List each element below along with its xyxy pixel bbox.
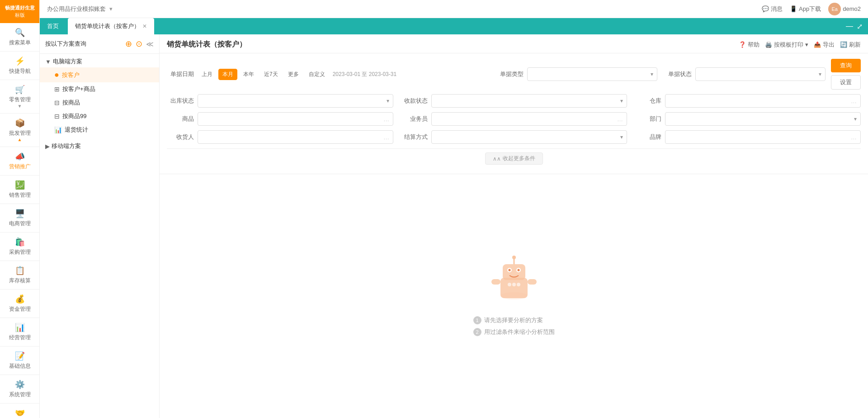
tree-item-return-stats[interactable]: 📊 退货统计	[40, 123, 159, 137]
product-dots: …	[383, 116, 389, 123]
return-icon: 📊	[54, 126, 62, 133]
export-btn[interactable]: 📤 导出	[814, 41, 835, 49]
product-select[interactable]: …	[198, 112, 393, 126]
date-tab-more[interactable]: 更多	[284, 69, 303, 80]
svg-rect-2	[503, 264, 525, 280]
tabbar: 首页 销货单统计表（按客户） ✕ — ⤢	[40, 18, 868, 34]
sidebar-item-marketing[interactable]: 📣 营销推广	[0, 147, 39, 176]
sidebar-item-retail[interactable]: 🛒 零售管理 ▼	[0, 80, 39, 114]
sidebar-item-operation[interactable]: 📊 经营管理	[0, 318, 39, 347]
customer-active-icon: ●	[54, 70, 59, 80]
svg-point-13	[517, 283, 520, 286]
empty-robot-svg	[487, 253, 541, 307]
sidebar-item-sales-label: 销售管理	[9, 191, 31, 199]
department-select[interactable]: ▾	[665, 112, 861, 126]
tree-item-customer-product-label: 按客户+商品	[62, 85, 95, 93]
out-status-label: 出库状态	[167, 97, 194, 105]
date-tabs: 上月 本月 本年 近7天 更多 自定义	[198, 69, 329, 80]
filter-row-3: 商品 … 业务员 … 部门	[167, 112, 861, 126]
inventory-icon: 📋	[15, 266, 25, 276]
tree-item-product99-label: 按商品99	[62, 112, 86, 120]
filter-brand: 品牌 …	[634, 130, 861, 144]
left-panel: 按以下方案查询 ⊕ ⊙ ≪ ▼ 电脑端方案 ● 按客户 ⊞ 按客户+商品	[40, 34, 160, 418]
svg-point-11	[508, 283, 511, 286]
refresh-btn[interactable]: 🔄 刷新	[840, 41, 861, 49]
tab-close-icon[interactable]: ✕	[142, 23, 147, 29]
sidebar-item-inventory-label: 库存核算	[9, 277, 31, 285]
collapse-panel-icon[interactable]: ≪	[146, 40, 154, 48]
collapse-btn[interactable]: ∧∧ 收起更多条件	[485, 152, 543, 165]
brand-label: 品牌	[634, 133, 661, 141]
sidebar-item-quicknav[interactable]: ⚡ 快捷导航	[0, 52, 39, 80]
message-btn[interactable]: 💬 消息	[762, 5, 783, 13]
date-label: 单据日期	[167, 70, 194, 78]
sidebar-item-finance[interactable]: 💰 资金管理	[0, 290, 39, 318]
date-tab-lastmonth[interactable]: 上月	[198, 69, 217, 80]
tree-section-desktop-label: 电脑端方案	[53, 57, 82, 66]
sidebar-item-retail-label: 零售管理	[9, 96, 31, 104]
sidebar-item-system-label: 系统管理	[9, 391, 31, 399]
tree-section-desktop[interactable]: ▼ 电脑端方案	[40, 54, 159, 67]
add-scheme-icon[interactable]: ⊕	[125, 39, 132, 49]
svg-point-5	[508, 269, 510, 271]
filter-product: 商品 …	[167, 112, 393, 126]
print-btn[interactable]: 🖨️ 按模板打印 ▾	[765, 41, 808, 49]
collapse-up-icon: ∧∧	[493, 156, 501, 162]
sidebar-item-sales[interactable]: 💹 销售管理	[0, 176, 39, 204]
settle-select[interactable]: ▾	[431, 130, 627, 144]
help-btn[interactable]: ❓ 帮助	[739, 41, 760, 49]
sidebar-item-wholesale[interactable]: 📦 批发管理 ▲	[0, 114, 39, 147]
quicknav-icon: ⚡	[15, 56, 25, 66]
tab-minimize-icon[interactable]: —	[846, 22, 853, 30]
settle-label: 结算方式	[401, 133, 428, 141]
refresh-icon: 🔄	[840, 41, 847, 48]
sidebar-item-search[interactable]: 🔍 搜索菜单	[0, 23, 39, 52]
help-icon: ❓	[739, 41, 746, 48]
tip-item-2: 2 用过滤条件来缩小分析范围	[473, 328, 555, 336]
doc-status-select[interactable]: ▾	[695, 67, 826, 81]
settings-btn[interactable]: 设置	[831, 75, 861, 90]
date-tab-thisyear[interactable]: 本年	[239, 69, 258, 80]
sidebar-item-basic[interactable]: 📝 基础信息	[0, 347, 39, 375]
filter-receiver: 收货人 …	[167, 130, 393, 144]
filter-row-2: 出库状态 ▾ 收款状态 ▾	[167, 94, 861, 108]
tree-item-product99[interactable]: ⊟ 按商品99	[40, 109, 159, 123]
tree-section-mobile[interactable]: ▶ 移动端方案	[40, 138, 159, 152]
retail-icon: 🛒	[15, 85, 25, 95]
sidebar-item-inventory[interactable]: 📋 库存核算	[0, 261, 39, 290]
query-btn[interactable]: 查询	[831, 59, 861, 72]
app-download-btn[interactable]: 📱 App下载	[790, 5, 821, 13]
sidebar-item-cooperation[interactable]: 🤝 企业协同	[0, 404, 39, 418]
doc-type-arrow: ▾	[651, 71, 653, 77]
sidebar-item-operation-label: 经营管理	[9, 334, 31, 342]
topbar-dropdown-icon[interactable]: ▾	[109, 5, 113, 12]
tab-sales-stats[interactable]: 销货单统计表（按客户） ✕	[68, 18, 154, 34]
collect-status-select[interactable]: ▾	[431, 94, 627, 108]
salesperson-select[interactable]: …	[431, 112, 627, 126]
date-tab-custom[interactable]: 自定义	[305, 69, 329, 80]
search-icon: 🔍	[15, 28, 25, 38]
logo-label: 标版	[15, 12, 25, 19]
tab-maximize-icon[interactable]: ⤢	[857, 22, 863, 31]
sidebar-item-basic-label: 基础信息	[9, 362, 31, 370]
sidebar-item-purchase[interactable]: 🛍️ 采购管理	[0, 233, 39, 261]
out-status-select[interactable]: ▾	[198, 94, 393, 108]
collapse-label: 收起更多条件	[503, 155, 535, 162]
receiver-select[interactable]: …	[198, 130, 393, 144]
tree-item-by-product[interactable]: ⊟ 按商品	[40, 96, 159, 109]
system-icon: ⚙️	[15, 380, 25, 390]
tree-item-customer-product[interactable]: ⊞ 按客户+商品	[40, 82, 159, 96]
sidebar-item-ecommerce[interactable]: 🖥️ 电商管理	[0, 204, 39, 233]
tab-home[interactable]: 首页	[40, 18, 66, 34]
sidebar-item-system[interactable]: ⚙️ 系统管理	[0, 375, 39, 404]
settings-scheme-icon[interactable]: ⊙	[136, 39, 142, 49]
tree-item-by-customer[interactable]: ● 按客户	[40, 67, 159, 82]
brand-select[interactable]: …	[665, 130, 861, 144]
date-tab-7days[interactable]: 近7天	[260, 69, 282, 80]
warehouse-select[interactable]: …	[665, 94, 861, 108]
settle-arrow: ▾	[620, 134, 623, 140]
date-tab-thismonth[interactable]: 本月	[218, 69, 237, 80]
doc-type-select[interactable]: ▾	[527, 67, 657, 81]
user-area[interactable]: Ea demo2	[828, 3, 861, 15]
tree-item-product-label: 按商品	[62, 99, 80, 107]
